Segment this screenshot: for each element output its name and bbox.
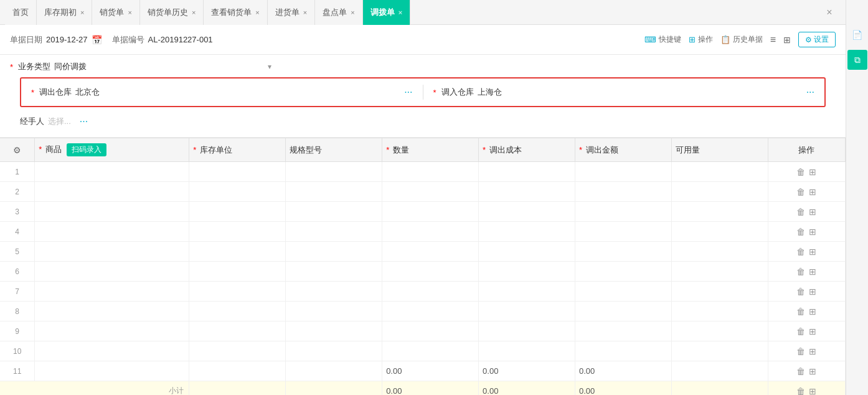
row-quantity[interactable] bbox=[382, 222, 479, 242]
row-spec[interactable] bbox=[286, 321, 382, 341]
row-unit[interactable] bbox=[189, 302, 286, 321]
row-amount[interactable] bbox=[575, 341, 672, 361]
row-quantity[interactable] bbox=[382, 341, 479, 361]
delete-icon[interactable]: 🗑 bbox=[796, 187, 805, 197]
row-cost[interactable] bbox=[479, 262, 575, 282]
delete-icon[interactable]: 🗑 bbox=[796, 227, 805, 237]
row-spec[interactable] bbox=[286, 361, 382, 381]
row-cost[interactable] bbox=[479, 242, 575, 262]
copy-icon[interactable]: ⊞ bbox=[809, 167, 816, 177]
close-icon[interactable]: × bbox=[303, 9, 307, 16]
copy-icon[interactable]: ⊞ bbox=[809, 307, 816, 316]
tab-inventory-check[interactable]: 盘点单 × bbox=[315, 0, 362, 25]
row-unit[interactable] bbox=[189, 182, 286, 202]
close-icon[interactable]: × bbox=[255, 9, 259, 16]
row-product[interactable] bbox=[35, 162, 189, 182]
tab-purchase-order[interactable]: 进货单 × bbox=[268, 0, 315, 25]
row-unit[interactable] bbox=[189, 282, 286, 302]
operations-button[interactable]: ⊞ 操作 bbox=[689, 34, 713, 45]
row-cost[interactable] bbox=[479, 162, 575, 182]
row-unit[interactable] bbox=[189, 202, 286, 222]
tab-view-sales-order[interactable]: 查看销货单 × bbox=[204, 0, 267, 25]
row-product[interactable] bbox=[35, 341, 189, 361]
row-quantity[interactable] bbox=[382, 302, 479, 321]
delete-icon[interactable]: 🗑 bbox=[796, 287, 805, 297]
copy-icon[interactable]: ⊞ bbox=[809, 346, 816, 356]
row-amount[interactable] bbox=[575, 302, 672, 321]
row-amount[interactable] bbox=[575, 202, 672, 222]
row-spec[interactable] bbox=[286, 162, 382, 182]
row-product[interactable] bbox=[35, 182, 189, 202]
row-unit[interactable] bbox=[189, 242, 286, 262]
row-quantity[interactable] bbox=[382, 262, 479, 282]
row-product[interactable] bbox=[35, 222, 189, 242]
row-amount[interactable] bbox=[575, 242, 672, 262]
row-quantity[interactable] bbox=[382, 242, 479, 262]
delete-icon[interactable]: 🗑 bbox=[796, 207, 805, 217]
delete-icon[interactable]: 🗑 bbox=[796, 267, 805, 277]
row-cost[interactable] bbox=[479, 341, 575, 361]
copy-icon[interactable]: ⊞ bbox=[809, 287, 816, 297]
row-quantity[interactable] bbox=[382, 202, 479, 222]
target-warehouse-value[interactable]: 上海仓 bbox=[478, 87, 798, 98]
delete-icon[interactable]: 🗑 bbox=[796, 346, 805, 356]
copy-icon[interactable]: ⊞ bbox=[809, 187, 816, 197]
row-cost[interactable] bbox=[479, 222, 575, 242]
row-cost[interactable] bbox=[479, 302, 575, 321]
row-unit[interactable] bbox=[189, 341, 286, 361]
copy-icon[interactable]: ⊞ bbox=[809, 366, 816, 376]
row-product[interactable] bbox=[35, 242, 189, 262]
close-icon[interactable]: × bbox=[351, 9, 354, 16]
row-spec[interactable] bbox=[286, 341, 382, 361]
delete-icon[interactable]: 🗑 bbox=[796, 366, 805, 376]
close-icon[interactable]: × bbox=[192, 9, 196, 16]
row-spec[interactable] bbox=[286, 242, 382, 262]
history-docs-button[interactable]: 📋 历史单据 bbox=[720, 34, 763, 45]
row-amount[interactable] bbox=[575, 321, 672, 341]
delete-icon[interactable]: 🗑 bbox=[796, 167, 805, 177]
personnel-select[interactable]: 选择... bbox=[48, 116, 71, 127]
list-view-button[interactable]: ≡ bbox=[770, 34, 776, 45]
quick-keys-button[interactable]: ⌨ 快捷键 bbox=[644, 34, 681, 45]
sidebar-link-button[interactable]: ⧉ bbox=[847, 50, 867, 70]
row-quantity[interactable] bbox=[382, 182, 479, 202]
source-warehouse-value[interactable]: 北京仓 bbox=[75, 87, 395, 98]
row-unit[interactable] bbox=[189, 361, 286, 381]
tab-inventory-init[interactable]: 库存期初 × bbox=[37, 0, 92, 25]
row-product[interactable] bbox=[35, 361, 189, 381]
calendar-icon[interactable]: 📅 bbox=[92, 35, 102, 45]
copy-icon[interactable]: ⊞ bbox=[809, 326, 816, 336]
copy-icon[interactable]: ⊞ bbox=[809, 386, 816, 396]
row-unit[interactable] bbox=[189, 222, 286, 242]
delete-icon[interactable]: 🗑 bbox=[796, 386, 805, 396]
tab-sales-order-history[interactable]: 销货单历史 × bbox=[140, 0, 204, 25]
row-unit[interactable] bbox=[189, 162, 286, 182]
row-cost[interactable] bbox=[479, 321, 575, 341]
row-cost[interactable] bbox=[479, 182, 575, 202]
row-amount[interactable] bbox=[575, 162, 672, 182]
row-amount[interactable] bbox=[575, 222, 672, 242]
row-quantity[interactable] bbox=[382, 282, 479, 302]
business-type-value[interactable]: 同价调拨 bbox=[54, 61, 262, 72]
row-amount[interactable] bbox=[575, 182, 672, 202]
row-quantity[interactable] bbox=[382, 321, 479, 341]
target-warehouse-dots[interactable]: ··· bbox=[806, 87, 814, 97]
sidebar-doc-button[interactable]: 📄 bbox=[847, 25, 867, 45]
row-spec[interactable] bbox=[286, 262, 382, 282]
copy-icon[interactable]: ⊞ bbox=[809, 267, 816, 277]
copy-icon[interactable]: ⊞ bbox=[809, 207, 816, 217]
tab-home[interactable]: 首页 bbox=[5, 0, 37, 25]
close-icon[interactable]: × bbox=[80, 9, 84, 16]
row-unit[interactable] bbox=[189, 262, 286, 282]
row-spec[interactable] bbox=[286, 282, 382, 302]
row-spec[interactable] bbox=[286, 202, 382, 222]
copy-icon[interactable]: ⊞ bbox=[809, 247, 816, 257]
scan-btn[interactable]: 扫码录入 bbox=[67, 143, 106, 156]
row-amount[interactable] bbox=[575, 282, 672, 302]
copy-icon[interactable]: ⊞ bbox=[809, 227, 816, 237]
row-product[interactable] bbox=[35, 262, 189, 282]
row-spec[interactable] bbox=[286, 222, 382, 242]
row-spec[interactable] bbox=[286, 302, 382, 321]
row-product[interactable] bbox=[35, 202, 189, 222]
delete-icon[interactable]: 🗑 bbox=[796, 326, 805, 336]
